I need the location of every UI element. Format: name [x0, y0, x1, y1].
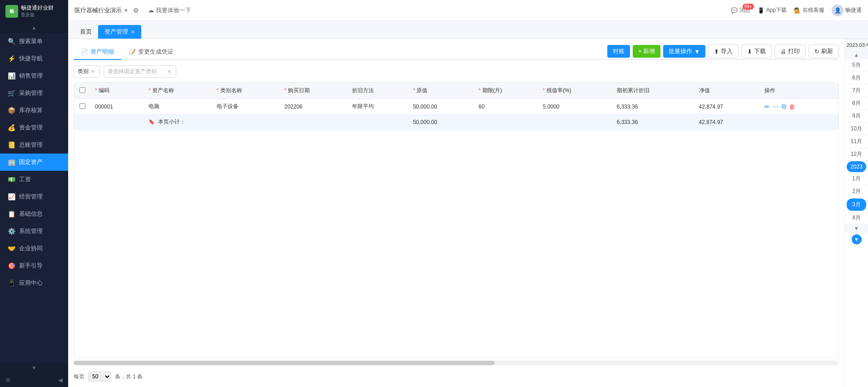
td-name: 电脑 — [144, 99, 212, 114]
th-original-value: 原值 — [408, 83, 474, 99]
per-page-select[interactable]: 50 10 20 100 — [88, 372, 111, 382]
subtotal-residual-empty — [538, 114, 612, 130]
th-code: 编码 — [90, 83, 144, 99]
sidebar-logo: 畅 畅捷通好业财 普及版 — [0, 0, 68, 23]
category-value-filter[interactable]: 请选择固定资产类别 ▼ — [104, 65, 176, 78]
th-checkbox — [74, 83, 90, 99]
tab-asset-mgmt[interactable]: 资产管理 ✕ — [98, 25, 141, 39]
sidebar-item-purchase[interactable]: 🛒 采购管理 — [0, 84, 68, 102]
sub-tab-asset-detail[interactable]: 📄 资产明细 — [74, 45, 121, 60]
copy-icon[interactable]: ⧉ — [782, 103, 786, 110]
add-button[interactable]: + 新增 — [633, 45, 660, 58]
user-label: 畅捷通 — [845, 6, 862, 14]
sidebar-item-funds[interactable]: 💰 资金管理 — [0, 119, 68, 136]
scroll-down-btn[interactable]: ▼ — [31, 365, 37, 371]
sidebar-item-label: 资金管理 — [19, 124, 43, 132]
cal-month-9[interactable]: 9月 — [845, 110, 868, 123]
collapse-icon[interactable]: ◀ — [58, 377, 63, 383]
sidebar-item-label: 采购管理 — [19, 89, 43, 97]
sidebar-item-inventory[interactable]: 📦 库存核算 — [0, 102, 68, 119]
tab-close-icon[interactable]: ✕ — [131, 29, 135, 35]
td-residual-rate: 5.0000 — [538, 99, 612, 114]
category-filter[interactable]: 类别 ▼ — [74, 65, 100, 78]
sub-tab-change-voucher-label: 变更生成凭证 — [138, 48, 174, 56]
category-value-dropdown-icon: ▼ — [167, 69, 172, 75]
cal-month-5[interactable]: 5月 — [845, 59, 868, 72]
print-button[interactable]: 🖨 打印 — [774, 45, 806, 58]
company-dropdown-icon[interactable]: ▼ — [124, 8, 129, 13]
logo-sub: 普及版 — [21, 12, 54, 18]
tabbar: 首页 资产管理 ✕ — [68, 21, 868, 39]
ops-cell: ✏ ⋯ ⧉ 🗑 — [764, 103, 834, 110]
sidebar-item-collab[interactable]: 🤝 企业协同 — [0, 240, 68, 257]
sidebar-item-label: 工资 — [19, 175, 31, 184]
fixed-assets-icon: 🏢 — [7, 159, 15, 166]
purchase-icon: 🛒 — [7, 89, 15, 97]
edit-icon[interactable]: ✏ — [764, 103, 770, 110]
sub-tab-change-voucher[interactable]: 📝 变更生成凭证 — [121, 45, 181, 60]
asset-detail-icon: 📄 — [81, 49, 88, 55]
refresh-button[interactable]: ↻ 刷新 — [808, 45, 839, 58]
cal-next-icon[interactable]: ▼ — [854, 225, 859, 232]
cal-prev-icon[interactable]: ▲ — [854, 52, 859, 58]
cal-close-icon[interactable]: ✕ — [865, 42, 868, 48]
cal-month-1[interactable]: 1月 — [845, 173, 868, 185]
subtotal-ops-empty — [760, 114, 838, 130]
reconcile-button[interactable]: 对账 — [607, 45, 630, 58]
sidebar-item-label: 库存核算 — [19, 106, 43, 114]
horizontal-scrollbar[interactable] — [74, 361, 839, 365]
sidebar-item-label: 总账管理 — [19, 141, 43, 149]
row-checkbox[interactable] — [79, 103, 85, 109]
download-button[interactable]: ⬇ 下载 — [741, 45, 772, 58]
td-category: 电子设备 — [212, 99, 280, 114]
cal-month-8[interactable]: 8月 — [845, 97, 868, 110]
cal-month-10[interactable]: 10月 — [845, 123, 868, 135]
total-label: 条，共 1 条 — [115, 373, 143, 381]
sidebar-item-ledger[interactable]: 📒 总账管理 — [0, 136, 68, 154]
td-checkbox — [74, 99, 90, 114]
sidebar-item-guide[interactable]: 🎯 新手引导 — [0, 257, 68, 274]
cal-month-4[interactable]: 4月 — [845, 212, 868, 224]
sidebar-item-fixed-assets[interactable]: 🏢 固定资产 — [0, 154, 68, 171]
cal-year-block[interactable]: 2023 — [847, 161, 866, 172]
sidebar-item-search[interactable]: 🔍 搜索菜单 — [0, 33, 68, 50]
th-depreciation-method: 折旧方法 — [347, 83, 408, 99]
sidebar-item-sales[interactable]: 📊 销售管理 — [0, 67, 68, 84]
sidebar-item-basic-info[interactable]: 📋 基础信息 — [0, 205, 68, 223]
delete-icon[interactable]: 🗑 — [789, 103, 795, 110]
sidebar-item-sys[interactable]: ⚙️ 系统管理 — [0, 223, 68, 240]
sidebar-item-label: 系统管理 — [19, 227, 43, 235]
topbar-app-download[interactable]: 📱 App下载 — [758, 6, 787, 14]
topbar-msg[interactable]: 💬 消息 99+ — [731, 6, 750, 14]
cal-month-3-current[interactable]: 3月 — [847, 198, 866, 211]
topbar-feedback[interactable]: ☁ 我要体验一下 — [148, 6, 191, 15]
cal-down-nav[interactable]: ▼ — [852, 234, 862, 244]
cal-month-6[interactable]: 6月 — [845, 72, 868, 84]
table-header-row: 编码 资产名称 类别名称 购买日期 折旧方法 原值 期限(月) 残值率(%) 期… — [74, 83, 838, 99]
logo-icon: 畅 — [5, 5, 18, 18]
scroll-up-btn[interactable]: ▲ — [31, 25, 37, 31]
collab-icon: 🤝 — [7, 245, 15, 252]
sidebar-item-ops[interactable]: 📈 经营管理 — [0, 188, 68, 205]
sidebar-item-payroll[interactable]: 💵 工资 — [0, 171, 68, 188]
topbar: 医疗器械行业演示 ▼ ⚙ ☁ 我要体验一下 💬 消息 99+ 📱 App下载 💁… — [68, 0, 868, 21]
topbar-service[interactable]: 💁 在线客服 — [794, 6, 824, 14]
tab-home[interactable]: 首页 — [74, 25, 98, 39]
batch-ops-button[interactable]: 批量操作 ▼ — [663, 45, 705, 58]
import-button[interactable]: ⬆ 导入 — [708, 45, 739, 58]
cal-year-label: 2023.03 — [847, 42, 865, 48]
tab-asset-mgmt-label: 资产管理 — [104, 28, 128, 36]
cal-month-11[interactable]: 11月 — [845, 135, 868, 148]
more-icon[interactable]: ⋯ — [773, 103, 779, 110]
sidebar-item-app-center[interactable]: 📱 应用中心 — [0, 274, 68, 292]
topbar-gear-icon[interactable]: ⚙ — [133, 7, 139, 14]
cal-month-7[interactable]: 7月 — [845, 84, 868, 97]
quick-nav-icon: ⚡ — [7, 55, 15, 62]
topbar-company[interactable]: 医疗器械行业演示 ▼ — [74, 6, 129, 15]
select-all-checkbox[interactable] — [79, 87, 85, 93]
sidebar-item-quick-nav[interactable]: ⚡ 快捷导航 — [0, 50, 68, 67]
cal-month-12[interactable]: 12月 — [845, 148, 868, 161]
topbar-user[interactable]: 👤 畅捷通 — [832, 5, 862, 16]
settings-icon[interactable]: ⚙ — [5, 377, 11, 383]
cal-month-2[interactable]: 2月 — [845, 185, 868, 198]
